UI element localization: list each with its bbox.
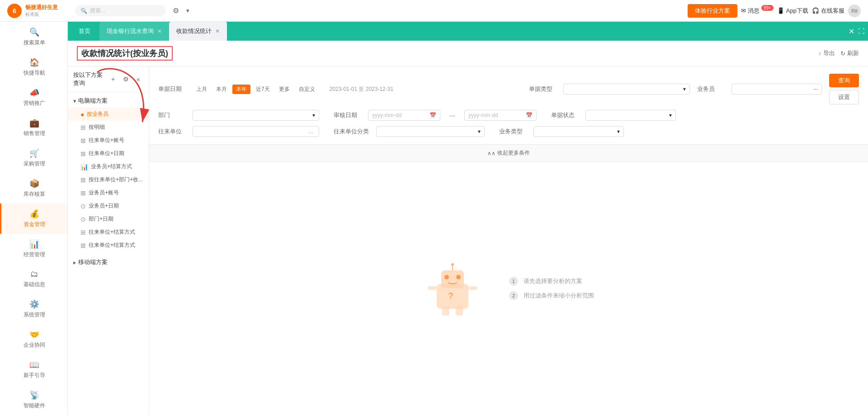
partner-settlement1-icon: ⊞	[80, 229, 86, 236]
panel-collapse-button[interactable]: «	[133, 74, 143, 84]
app-download-area[interactable]: 📱 App下载	[777, 7, 808, 15]
collection-stats-close-icon[interactable]: ✕	[215, 28, 220, 34]
tree-item-partner-settlement2[interactable]: ⊠ 往来单位+结算方式	[68, 239, 149, 252]
svg-rect-1	[441, 270, 464, 288]
export-button[interactable]: ↑ 导出	[819, 49, 835, 57]
download-icon: 📱	[777, 7, 784, 14]
sidebar-item-finance[interactable]: 💰 资金管理	[0, 203, 67, 234]
refresh-icon: ↻	[840, 50, 845, 57]
dept-select[interactable]: ▾	[193, 110, 319, 121]
search-placeholder: 搜索...	[90, 7, 105, 14]
sidebar-item-inventory[interactable]: 📦 库存核算	[0, 173, 67, 203]
svg-point-5	[451, 263, 454, 266]
tree-item-by-staff[interactable]: ● 按业务员	[68, 108, 149, 121]
user-area[interactable]: Rit	[848, 5, 861, 17]
header-gear-icon[interactable]: ⚙	[173, 6, 179, 15]
sidebar-item-label: 资金管理	[24, 221, 45, 228]
sidebar-item-cooperation[interactable]: 🤝 企业协同	[0, 324, 67, 354]
this-month-tab[interactable]: 本月	[212, 85, 231, 94]
operations-icon: 📊	[29, 239, 39, 249]
tree-item-by-detail[interactable]: ⊞ 按明细	[68, 121, 149, 134]
staff-select[interactable]: ···	[731, 84, 822, 94]
last-month-tab[interactable]: 上月	[193, 85, 211, 94]
tree-parent-desktop[interactable]: ▾ 电脑端方案	[68, 94, 149, 108]
app-download-label: App下载	[786, 7, 808, 15]
tab-bank-flow[interactable]: 现金银行流水查询 ✕	[99, 22, 169, 41]
partner-select[interactable]: ...	[193, 126, 319, 137]
svg-rect-6	[428, 286, 437, 290]
tree-item-label: 按明细	[89, 123, 105, 131]
sidebar-item-operations[interactable]: 📊 经营管理	[0, 234, 67, 264]
partner-category-select[interactable]: ▾	[376, 126, 485, 137]
svg-point-2	[444, 275, 449, 279]
sidebar-item-marketing[interactable]: 📣 营销推广	[0, 82, 67, 113]
sidebar-item-search[interactable]: 🔍 搜索菜单	[0, 22, 67, 52]
finance-icon: 💰	[29, 209, 39, 219]
collapse-bar[interactable]: ∧∧ 收起更多条件	[149, 145, 868, 162]
sidebar-item-purchase[interactable]: 🛒 采购管理	[0, 143, 67, 173]
custom-tab[interactable]: 自定义	[295, 85, 319, 94]
settings-icon: ⚙	[123, 75, 129, 83]
tree-item-partner-settlement1[interactable]: ⊞ 往来单位+结算方式	[68, 226, 149, 239]
audit-date-from[interactable]: yyyy-mm-dd 📅	[368, 110, 440, 121]
this-year-tab[interactable]: 本年	[232, 85, 250, 94]
tree-item-partner-account[interactable]: ⊠ 往来单位+账号	[68, 134, 149, 147]
svg-point-3	[456, 275, 461, 279]
basic-icon: 🗂	[30, 269, 38, 279]
desktop-section-label: 电脑端方案	[78, 97, 108, 105]
online-service-area[interactable]: 🎧 在线客服	[812, 7, 844, 15]
tree-item-staff-settlement[interactable]: 📊 业务员+结算方式	[68, 160, 149, 173]
header-chevron-icon[interactable]: ▾	[186, 7, 189, 14]
sidebar-item-label: 基础信息	[24, 281, 45, 288]
doc-type-select[interactable]: ▾	[563, 84, 690, 94]
tree-item-dept-date[interactable]: ⊙ 部门+日期	[68, 212, 149, 226]
tree-item-label: 按往来单位+部门+收...	[89, 176, 143, 184]
tree-item-staff-date[interactable]: ⊙ 业务员+日期	[68, 199, 149, 212]
tab-home[interactable]: 首页	[71, 22, 98, 41]
doc-status-select[interactable]: ▾	[585, 110, 676, 121]
calendar-icon-2[interactable]: 📅	[526, 112, 533, 118]
tree-chevron-right-icon: ▸	[73, 259, 76, 266]
tree-item-partner-dept[interactable]: ⊠ 按往来单位+部门+收...	[68, 173, 149, 186]
refresh-button[interactable]: ↻ 刷新	[840, 49, 859, 57]
right-panel: 单据日期 上月 本月 本年 近7天 更多 自定义 2023-01-01 至 20…	[149, 66, 868, 415]
tree-item-staff-account[interactable]: ⊠ 业务员+账号	[68, 186, 149, 199]
tab-close-all-icon[interactable]: ✕	[849, 27, 854, 36]
export-label: 导出	[823, 49, 835, 57]
tree-parent-mobile[interactable]: ▸ 移动端方案	[68, 255, 149, 269]
business-type-select[interactable]: ▾	[533, 126, 624, 137]
query-button[interactable]: 查询	[829, 74, 859, 87]
calendar-icon[interactable]: 📅	[429, 112, 436, 118]
step-2-num: 2	[509, 291, 518, 300]
sidebar-item-quicknav[interactable]: 🏠 快捷导航	[0, 52, 67, 82]
messages-area[interactable]: ✉ 消息 99+	[741, 7, 774, 15]
panel-settings-button[interactable]: ⚙	[121, 74, 131, 84]
cooperation-icon: 🤝	[29, 330, 39, 340]
trial-button[interactable]: 体验行业方案	[688, 4, 737, 18]
sidebar-item-iot[interactable]: 📡 智能硬件	[0, 385, 67, 415]
collection-stats-tab-label: 收款情况统计	[176, 27, 212, 35]
tab-collection-stats[interactable]: 收款情况统计 ✕	[169, 22, 227, 41]
panel-add-button[interactable]: +	[108, 74, 118, 84]
date-dash: —	[449, 112, 455, 119]
search-menu-icon: 🔍	[29, 27, 39, 37]
tree-item-label: 业务员+结算方式	[91, 163, 132, 170]
sidebar-item-system[interactable]: ⚙️ 系统管理	[0, 294, 67, 324]
more-tab[interactable]: 更多	[275, 85, 293, 94]
staff-label: 业务员	[697, 85, 724, 93]
chevron-up-icon: ∧∧	[487, 150, 495, 156]
settings-button[interactable]: 设置	[829, 90, 859, 104]
message-badge: 99+	[761, 5, 774, 11]
partner-dots[interactable]: ...	[309, 128, 313, 135]
iot-icon: 📡	[29, 390, 39, 400]
global-search-box[interactable]: 🔍 搜索...	[75, 5, 165, 16]
tab-expand-icon[interactable]: ⛶	[858, 28, 864, 35]
sidebar-item-sales[interactable]: 💼 销售管理	[0, 113, 67, 143]
bank-flow-close-icon[interactable]: ✕	[157, 28, 162, 34]
sidebar-item-guide[interactable]: 📖 新手引导	[0, 354, 67, 385]
last-7-tab[interactable]: 近7天	[252, 85, 274, 94]
tree-item-partner-date[interactable]: ⊠ 往来单位+日期	[68, 147, 149, 160]
audit-date-to[interactable]: yyyy-mm-dd 📅	[464, 110, 537, 121]
sidebar-item-basic[interactable]: 🗂 基础信息	[0, 264, 67, 294]
partner-dept-icon: ⊠	[80, 176, 86, 184]
